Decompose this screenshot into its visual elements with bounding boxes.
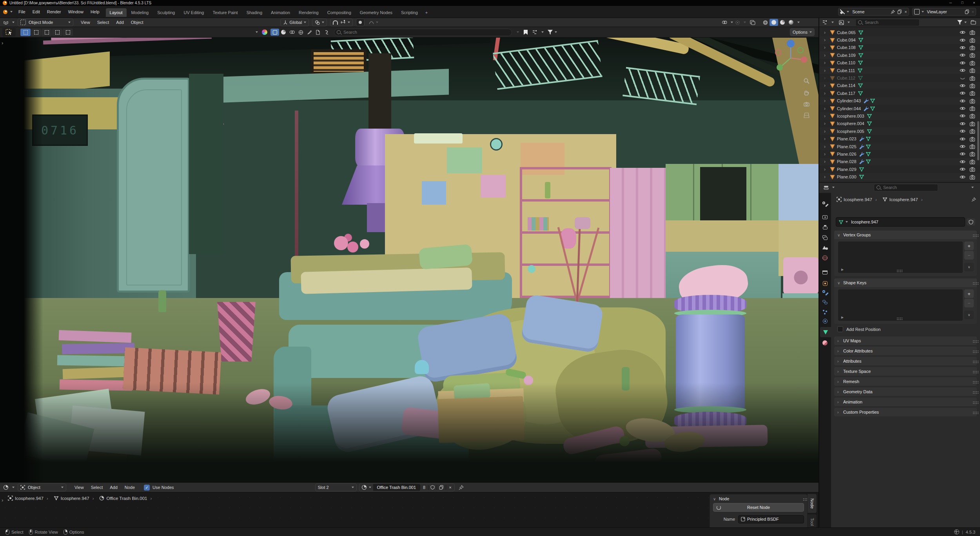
shader-type-dropdown[interactable]: Object	[18, 483, 66, 491]
camera-render-icon[interactable]	[969, 174, 975, 180]
fake-user-shield-button[interactable]	[428, 485, 437, 490]
object-name[interactable]: Plane.026	[837, 152, 857, 156]
properties-tab-tool-icon[interactable]	[820, 199, 830, 209]
camera-render-icon[interactable]	[969, 113, 975, 118]
pin-icon[interactable]	[459, 485, 464, 490]
collapsed-panel-header[interactable]: › Color Attributes	[834, 347, 977, 355]
object-name[interactable]: Cube.108	[837, 45, 856, 50]
select-mode-button[interactable]	[52, 29, 62, 36]
camera-render-icon[interactable]	[969, 30, 975, 35]
topbar-menu[interactable]: Help	[87, 8, 103, 16]
camera-render-icon[interactable]	[969, 76, 975, 81]
outliner-row[interactable]: › Cube.108	[819, 44, 980, 51]
remove-shape-key-button[interactable]: −	[964, 299, 974, 307]
add-vertex-group-button[interactable]: +	[964, 242, 974, 250]
collapsed-panel-header[interactable]: › Custom Properties	[834, 408, 977, 416]
minimize-button[interactable]: ─	[945, 0, 956, 6]
object-name[interactable]: Cube.112	[837, 76, 855, 80]
properties-tab-scene-icon[interactable]	[820, 243, 830, 253]
properties-search[interactable]	[874, 184, 938, 191]
proportional-falloff-dropdown[interactable]	[366, 18, 381, 26]
node-panel-header[interactable]: ∨ Node	[710, 494, 807, 503]
object-name[interactable]: Cube.094	[837, 38, 856, 42]
camera-render-icon[interactable]	[969, 136, 975, 142]
filter-solid-button[interactable]	[270, 29, 279, 36]
outliner-row[interactable]: › Cube.110	[819, 59, 980, 67]
outliner-row[interactable]: › Plane.025	[819, 143, 980, 150]
outliner-row[interactable]: › Cube.109	[819, 51, 980, 59]
outliner-display-mode[interactable]	[837, 19, 846, 26]
workspace-tab[interactable]: Sculpting	[153, 8, 179, 17]
window-titlebar[interactable]: Untitled [D:\Мои документы\Blender\33. S…	[0, 0, 980, 6]
viewport-search[interactable]	[334, 29, 512, 36]
object-name[interactable]: Cylinder.043	[837, 98, 861, 103]
workspace-tab[interactable]: Compositing	[323, 8, 355, 17]
object-name[interactable]: Cube.110	[837, 60, 855, 65]
camera-render-icon[interactable]	[969, 151, 975, 156]
camera-render-icon[interactable]	[969, 121, 975, 126]
active-tool-select-box[interactable]	[2, 28, 16, 36]
eye-visible-icon[interactable]	[960, 30, 965, 35]
filter-brush-button[interactable]	[305, 29, 314, 36]
collapsed-panel-header[interactable]: › Remesh	[834, 377, 977, 386]
vertex-groups-list[interactable]: ▶	[838, 242, 963, 273]
scene-selector[interactable]: Scene ×	[838, 8, 909, 16]
expand-chevron-icon[interactable]: ›	[824, 30, 829, 35]
expand-chevron-icon[interactable]: ›	[824, 68, 829, 73]
shader-menu[interactable]: Add	[106, 483, 121, 491]
gizmos-toggle[interactable]	[733, 19, 742, 26]
viewport-menu[interactable]: Object	[127, 18, 147, 26]
shader-menu[interactable]: Node	[121, 483, 138, 491]
shape-keys-header[interactable]: ∨ Shape Keys	[834, 278, 977, 287]
expand-chevron-icon[interactable]: ›	[824, 91, 829, 96]
object-name[interactable]: Cube.111	[837, 68, 855, 73]
outliner-row[interactable]: › Cube.111	[819, 67, 980, 74]
sidebar-tab[interactable]: Tool	[808, 514, 817, 527]
collapsed-panel-header[interactable]: › Geometry Data	[834, 387, 977, 396]
select-mode-button[interactable]	[31, 29, 41, 36]
viewport-menu[interactable]: Add	[113, 18, 127, 26]
breadcrumb-item[interactable]: Icosphere.947 ›	[882, 197, 926, 202]
outliner[interactable]: › Cube.065 › Cube.094 ›	[819, 27, 980, 182]
copy-icon[interactable]	[965, 9, 969, 14]
drag-grip-icon[interactable]	[973, 371, 974, 372]
expand-chevron-icon[interactable]: ›	[824, 83, 829, 88]
vertex-group-specials-button[interactable]: ∨	[964, 263, 974, 271]
eye-visible-icon[interactable]	[960, 144, 965, 149]
copy-icon[interactable]	[897, 9, 902, 14]
editor-type-shader[interactable]	[2, 484, 10, 491]
funnel-filter-icon[interactable]	[548, 30, 553, 35]
camera-render-icon[interactable]	[969, 53, 975, 58]
properties-tab-modifiers-icon[interactable]	[820, 288, 830, 298]
properties-tab-render-icon[interactable]	[820, 212, 830, 222]
filter-spheres-button[interactable]	[288, 29, 296, 36]
object-name[interactable]: Cube.117	[837, 91, 855, 96]
eye-visible-icon[interactable]	[960, 136, 965, 142]
material-slot-dropdown[interactable]: Slot 2	[315, 483, 357, 491]
properties-tab-object-icon[interactable]	[820, 278, 830, 289]
expand-chevron-icon[interactable]: ›	[824, 98, 829, 104]
eye-visible-icon[interactable]	[960, 83, 965, 88]
drag-grip-icon[interactable]	[973, 340, 974, 341]
editor-type-properties[interactable]	[822, 184, 830, 191]
filter-hook-button[interactable]	[322, 29, 331, 36]
object-name[interactable]: Plane.028	[837, 159, 857, 164]
perspective-toggle-icon[interactable]	[802, 111, 810, 119]
shape-keys-list[interactable]: ▶	[838, 289, 963, 321]
outliner-row[interactable]: › Plane.028	[819, 158, 980, 165]
eye-visible-icon[interactable]	[960, 68, 965, 73]
camera-render-icon[interactable]	[969, 38, 975, 43]
workspace-tab[interactable]: Animation	[267, 8, 294, 17]
properties-tab-physics-icon[interactable]	[820, 316, 830, 326]
eye-visible-icon[interactable]	[960, 53, 965, 58]
chevron-down-icon[interactable]	[517, 31, 519, 34]
properties-tab-view-layer-icon[interactable]	[820, 233, 830, 243]
collapsed-panel-header[interactable]: › UV Maps	[834, 336, 977, 345]
outliner-row[interactable]: › Plane.023	[819, 135, 980, 142]
sidebar-tab[interactable]: Node	[808, 494, 817, 513]
camera-render-icon[interactable]	[969, 144, 975, 149]
object-visibility-dropdown[interactable]	[720, 19, 729, 26]
object-name[interactable]: Plane.030	[837, 174, 857, 179]
vertex-groups-header[interactable]: ∨ Vertex Groups	[834, 231, 977, 239]
material-name[interactable]: Office Trash Bin.001	[373, 484, 420, 491]
